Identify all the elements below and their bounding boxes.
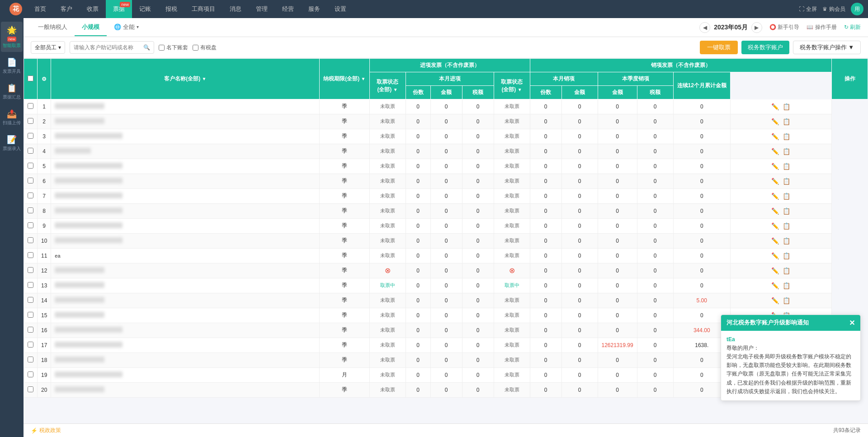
search-input[interactable] — [74, 44, 142, 51]
row-edit-btn[interactable]: ✏️ — [770, 266, 780, 275]
row-checkbox[interactable] — [28, 371, 33, 377]
ledger-checkbox-label[interactable]: 名下账套 — [159, 44, 188, 52]
row-checkbox[interactable] — [28, 148, 33, 154]
th-income-tax: 税额 — [462, 86, 494, 99]
one-key-fetch-btn[interactable]: 一键取票 — [700, 41, 738, 54]
fetch-status-sales: 未取票 — [505, 327, 519, 333]
prev-month-btn[interactable]: ◀ — [699, 22, 710, 33]
row-edit-btn[interactable]: ✏️ — [770, 296, 780, 305]
row-copy-btn[interactable]: 📋 — [782, 221, 791, 230]
row-copy-btn[interactable]: 📋 — [782, 102, 791, 111]
row-copy-btn[interactable]: 📋 — [782, 132, 791, 141]
row-edit-btn[interactable]: ✏️ — [770, 207, 780, 216]
row-edit-btn[interactable]: ✏️ — [770, 236, 780, 245]
row-checkbox[interactable] — [28, 312, 33, 318]
row-checkbox[interactable] — [28, 282, 33, 288]
row-checkbox[interactable] — [28, 342, 33, 348]
search-icon[interactable]: 🔍 — [143, 44, 150, 51]
row-edit-btn[interactable]: ✏️ — [770, 192, 780, 201]
sidebar-item-smart-fetch[interactable]: 🌟 new 智能取票 — [1, 22, 23, 52]
row-edit-btn[interactable]: ✏️ — [770, 281, 780, 290]
row-income-count: 0 — [406, 308, 430, 323]
cumulative-value: 0 — [700, 238, 703, 244]
nav-bookkeeping[interactable]: 记账 — [132, 0, 158, 18]
nav-service[interactable]: 服务 — [301, 0, 327, 18]
row-edit-btn[interactable]: ✏️ — [770, 162, 780, 171]
next-month-btn[interactable]: ▶ — [751, 22, 762, 33]
customer-name-blurred — [55, 371, 123, 377]
vip-btn[interactable]: ♛ 购会员 — [822, 5, 845, 13]
row-checkbox[interactable] — [28, 118, 33, 124]
user-avatar[interactable]: 用 — [851, 3, 863, 15]
tax-disk-checkbox-label[interactable]: 有税盘 — [193, 44, 217, 52]
tax-account-ops-btn[interactable]: 税务数字账户操作 ▼ — [793, 41, 861, 54]
tax-account-btn[interactable]: 税务数字账户 — [741, 41, 789, 54]
tax-disk-checkbox[interactable] — [193, 45, 198, 51]
row-checkbox[interactable] — [28, 297, 33, 303]
row-edit-btn[interactable]: ✏️ — [770, 102, 780, 111]
nav-receive[interactable]: 收票 — [80, 0, 106, 18]
sidebar-item-record[interactable]: 📝 票据录入 — [1, 131, 23, 155]
row-checkbox-cell — [24, 159, 38, 174]
row-checkbox[interactable] — [28, 357, 33, 362]
fullscreen-btn[interactable]: ⛶ 全屏 — [799, 5, 817, 13]
row-copy-btn[interactable]: 📋 — [782, 251, 791, 260]
nav-manage[interactable]: 管理 — [249, 0, 275, 18]
row-fetch-status-income: 未取票 — [369, 293, 406, 308]
row-copy-btn[interactable]: 📋 — [782, 192, 791, 201]
tab-all-capable[interactable]: 🌐 全能 ▾ — [107, 19, 146, 36]
nav-settings[interactable]: 设置 — [327, 0, 354, 18]
row-copy-btn[interactable]: 📋 — [782, 296, 791, 305]
row-edit-btn[interactable]: ✏️ — [770, 177, 780, 186]
row-copy-btn[interactable]: 📋 — [782, 266, 791, 275]
row-checkbox[interactable] — [28, 252, 33, 258]
nav-business[interactable]: 工商项目 — [184, 0, 222, 18]
sidebar-item-summary[interactable]: 📋 票据汇总 — [1, 80, 23, 103]
nav-message[interactable]: 消息 — [222, 0, 249, 18]
select-all-checkbox[interactable] — [28, 75, 33, 81]
row-income-count: 0 — [406, 323, 430, 338]
row-checkbox[interactable] — [28, 267, 33, 273]
tax-policy-link[interactable]: ⚡ 税政政策 — [31, 427, 61, 434]
new-guide-link[interactable]: ⭕ 新手引导 — [769, 23, 799, 31]
row-copy-btn[interactable]: 📋 — [782, 281, 791, 290]
employee-select[interactable]: 全部员工 ▾ — [31, 41, 65, 54]
row-copy-btn[interactable]: 📋 — [782, 162, 791, 171]
row-checkbox[interactable] — [28, 327, 33, 333]
row-checkbox[interactable] — [28, 237, 33, 243]
row-checkbox[interactable] — [28, 163, 33, 169]
nav-client[interactable]: 客户 — [53, 0, 80, 18]
row-edit-btn[interactable]: ✏️ — [770, 147, 780, 156]
row-checkbox[interactable] — [28, 178, 33, 183]
row-edit-btn[interactable]: ✏️ — [770, 117, 780, 126]
row-copy-btn[interactable]: 📋 — [782, 147, 791, 156]
ledger-checkbox[interactable] — [159, 45, 165, 51]
row-edit-btn[interactable]: ✏️ — [770, 251, 780, 260]
nav-operation[interactable]: 经营 — [275, 0, 301, 18]
row-copy-btn[interactable]: 📋 — [782, 236, 791, 245]
tab-small-scale[interactable]: 小规模 — [75, 19, 107, 36]
nav-invoice[interactable]: 票据new — [106, 0, 132, 18]
manual-link[interactable]: 📖 操作手册 — [807, 23, 836, 31]
row-checkbox[interactable] — [28, 207, 33, 213]
quarterly-amount: 0 — [616, 223, 619, 229]
row-copy-btn[interactable]: 📋 — [782, 117, 791, 126]
row-checkbox[interactable] — [28, 133, 33, 139]
row-num: 4 — [38, 144, 51, 159]
row-copy-btn[interactable]: 📋 — [782, 177, 791, 186]
row-edit-btn[interactable]: ✏️ — [770, 221, 780, 230]
nav-tax[interactable]: 报税 — [158, 0, 184, 18]
sidebar-item-scan[interactable]: 📤 扫描上传 — [1, 105, 23, 129]
row-checkbox[interactable] — [28, 386, 33, 392]
row-checkbox-cell — [24, 188, 38, 203]
row-checkbox[interactable] — [28, 103, 33, 109]
notification-close-btn[interactable]: ✕ — [849, 319, 855, 327]
nav-home[interactable]: 首页 — [27, 0, 53, 18]
row-checkbox[interactable] — [28, 193, 33, 198]
sidebar-item-open-invoice[interactable]: 📄 发票开具 — [1, 54, 23, 78]
row-copy-btn[interactable]: 📋 — [782, 207, 791, 216]
refresh-btn[interactable]: ↻ 刷新 — [844, 23, 861, 31]
tab-general-taxpayer[interactable]: 一般纳税人 — [31, 19, 75, 36]
row-checkbox[interactable] — [28, 222, 33, 228]
row-edit-btn[interactable]: ✏️ — [770, 132, 780, 141]
